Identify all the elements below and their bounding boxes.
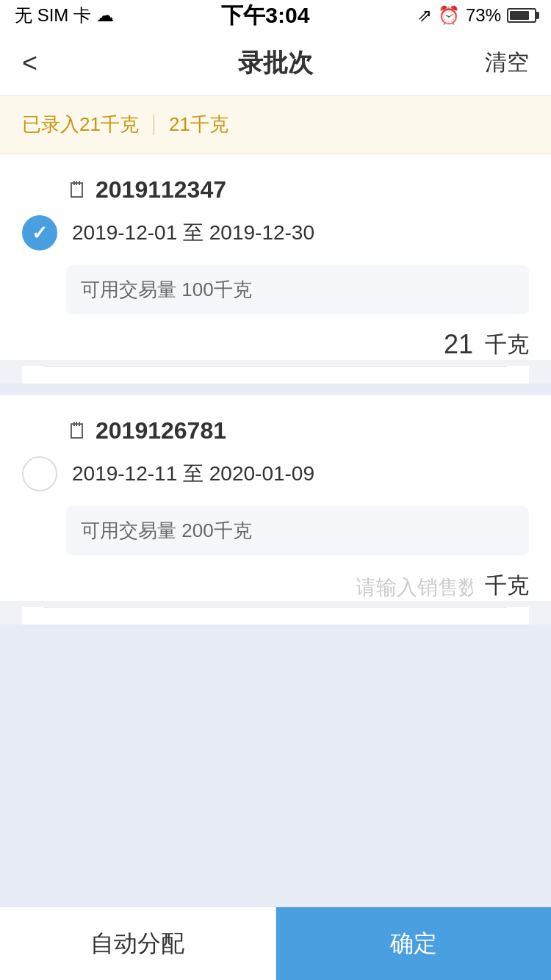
batch-id-row-2: 🗒 2019126781 (22, 417, 529, 444)
radio-button-2[interactable] (22, 456, 57, 491)
alarm-icon: ⏰ (438, 5, 460, 26)
page-title: 录批次 (238, 46, 313, 80)
available-qty-1: 可用交易量 100千克 (81, 278, 252, 300)
qty-unit-2: 千克 (485, 571, 529, 601)
location-icon: ⇗ (417, 5, 432, 26)
status-left: 无 SIM 卡 ☁ (15, 4, 114, 27)
batch-item-1: 🗒 2019112347 2019-12-01 至 2019-12-30 可用交… (0, 154, 551, 314)
batch-doc-icon-1: 🗒 (66, 178, 88, 203)
back-button[interactable]: < (22, 48, 66, 79)
batch-date-1: 2019-12-01 至 2019-12-30 (72, 219, 314, 247)
qty-input-row-1: 千克 (0, 314, 551, 360)
info-banner: 已录入21千克 21千克 (0, 96, 551, 154)
clear-button[interactable]: 清空 (485, 48, 529, 78)
batch-id-1: 2019112347 (96, 176, 226, 203)
signal-text: 无 SIM 卡 ☁ (15, 4, 114, 27)
status-time: 下午3:04 (221, 1, 309, 31)
status-right: ⇗ ⏰ 73% (417, 5, 536, 26)
recorded-label: 已录入21千克 (22, 112, 139, 137)
qty-underline-1 (22, 366, 529, 383)
radio-button-1[interactable] (22, 215, 57, 251)
batch-date-row-2[interactable]: 2019-12-11 至 2020-01-09 (22, 456, 529, 491)
qty-unit-1: 千克 (485, 330, 529, 360)
available-qty-2: 可用交易量 200千克 (81, 519, 252, 541)
batch-id-2: 2019126781 (96, 417, 226, 444)
recorded-value: 21千克 (169, 112, 228, 137)
qty-input-2[interactable] (356, 570, 473, 601)
qty-underline-2 (22, 607, 529, 624)
confirm-button[interactable]: 确定 (276, 907, 552, 980)
batch-date-row-1[interactable]: 2019-12-01 至 2019-12-30 (22, 215, 529, 251)
section-divider (0, 383, 551, 395)
batch-date-2: 2019-12-11 至 2020-01-09 (72, 460, 314, 488)
battery-icon (507, 8, 536, 23)
nav-bar: < 录批次 清空 (0, 31, 551, 96)
qty-input-row-2: 千克 (0, 555, 551, 601)
batch-doc-icon-2: 🗒 (66, 419, 88, 444)
available-qty-box-1: 可用交易量 100千克 (66, 265, 529, 314)
battery-percent: 73% (466, 5, 501, 26)
available-qty-box-2: 可用交易量 200千克 (66, 506, 529, 555)
status-bar: 无 SIM 卡 ☁ 下午3:04 ⇗ ⏰ 73% (0, 0, 551, 31)
auto-distribute-button[interactable]: 自动分配 (0, 907, 276, 980)
banner-divider (154, 115, 154, 135)
qty-input-1[interactable] (356, 329, 473, 360)
batch-item-2: 🗒 2019126781 2019-12-11 至 2020-01-09 可用交… (0, 395, 551, 555)
batch-id-row-1: 🗒 2019112347 (22, 176, 529, 203)
footer: 自动分配 确定 (0, 907, 551, 980)
